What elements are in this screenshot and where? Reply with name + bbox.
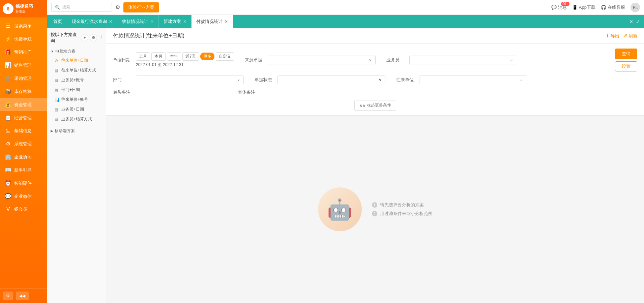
scheme-group-desktop-header[interactable]: ▼ 电脑端方案	[47, 47, 106, 56]
export-btn[interactable]: ⬆ 导出	[606, 33, 619, 39]
scheme-item-1[interactable]: ▦ 往来单位+结算方式	[47, 65, 106, 75]
date-btn-this-month[interactable]: 本月	[151, 52, 166, 61]
logo-icon: 6	[3, 3, 13, 14]
tab-payments[interactable]: 付款情况统计 ✕	[192, 15, 233, 28]
tab-home[interactable]: 首页	[49, 15, 67, 28]
sidebar-label-quicknav: 快捷导航	[14, 36, 32, 42]
scheme-item-2[interactable]: ▦ 业务员+账号	[47, 75, 106, 85]
message-btn[interactable]: 💬 消息 99+	[551, 4, 567, 10]
scheme-item-6[interactable]: ▦ 业务员+结算方式	[47, 114, 106, 124]
sidebar-item-inventory[interactable]: 📦库存核算	[0, 85, 47, 98]
logo-name: 畅捷通巧	[16, 4, 33, 9]
sidebar-collapse-btn[interactable]: ◀◀	[16, 292, 29, 300]
trial-btn[interactable]: 体验行业方案	[123, 2, 159, 12]
sidebar-item-purchase[interactable]: 🛒采购管理	[0, 72, 47, 85]
search-bar[interactable]: 🔍 搜索	[51, 3, 112, 12]
tab-cashflow[interactable]: 现金银行流水查询 ✕	[67, 15, 117, 28]
tip-text-2: 用过滤条件来缩小分析范围	[380, 209, 433, 218]
tab-maximize-btn[interactable]: ⤢	[636, 19, 640, 24]
scheme-settings-btn[interactable]: ⚙	[90, 34, 97, 41]
scheme-item-label-3: 部门+日期	[61, 87, 80, 93]
tab-new-scheme-close[interactable]: ✕	[183, 19, 186, 24]
scheme-add-btn[interactable]: +	[81, 34, 88, 41]
source-select[interactable]: ∨	[268, 56, 376, 64]
app-download-btn[interactable]: 📱 App下载	[572, 4, 595, 10]
tab-payments-close[interactable]: ✕	[225, 19, 228, 24]
tab-close-window-btn[interactable]: ✕	[629, 19, 633, 24]
scheme-item-5[interactable]: ▦ 业务员+日期	[47, 104, 106, 114]
tab-cashflow-close[interactable]: ✕	[109, 19, 112, 24]
scheme-item-0[interactable]: ⊙ 往来单位+日期	[47, 56, 106, 65]
sidebar-item-member[interactable]: V畅会员	[0, 203, 47, 216]
sidebar-item-finance[interactable]: 💰资金管理	[0, 98, 47, 111]
app-label: App下载	[579, 4, 595, 10]
date-range-input: 2022-01-01 至 2022-12-31	[136, 62, 234, 68]
scheme-item-label-0: 往来单位+日期	[61, 58, 88, 63]
sidebar-icon-wechat: 💬	[5, 193, 11, 200]
settings-btn[interactable]: 设置	[615, 61, 637, 71]
refresh-btn[interactable]: ↺ 刷新	[623, 33, 637, 39]
sidebar-label-system: 系统管理	[14, 141, 32, 147]
collapse-btn[interactable]: ∧∧ 收起更多条件	[354, 100, 396, 111]
status-select[interactable]: ∨	[277, 75, 385, 84]
date-range-text: 2022-01-01 至 2022-12-31	[136, 62, 183, 68]
sidebar-item-hardware[interactable]: ⏰智能硬件	[0, 177, 47, 190]
body-remark-input[interactable]	[261, 88, 345, 96]
avatar[interactable]: Rit	[631, 3, 640, 12]
partner-select[interactable]: ···	[419, 75, 527, 84]
search-placeholder: 搜索	[62, 4, 70, 10]
sidebar-item-corp[interactable]: 🏢企业协同	[0, 150, 47, 163]
sidebar-item-search[interactable]: ☰搜索菜单	[0, 19, 47, 32]
scheme-collapse-btn[interactable]: 《	[98, 34, 103, 41]
tip-row-2: 2 用过滤条件来缩小分析范围	[372, 209, 433, 218]
query-btn[interactable]: 查询	[615, 49, 637, 59]
collapse-bar: ∧∧ 收起更多条件	[113, 100, 637, 111]
scheme-group-mobile-label: 移动端方案	[55, 128, 75, 134]
sidebar-item-quicknav[interactable]: ⚡快捷导航	[0, 32, 47, 46]
tip-num-1: 1	[372, 202, 377, 208]
status-chevron-icon: ∨	[379, 78, 382, 82]
tip-text-1: 请先选择要分析的方案	[380, 201, 424, 209]
topbar-settings-icon[interactable]: ⚙	[115, 4, 120, 10]
sidebar-icon-member: V	[5, 206, 11, 212]
refresh-label: 刷新	[628, 33, 637, 39]
date-btn-7days[interactable]: 近7天	[182, 52, 199, 61]
sidebar-item-guide[interactable]: 📖新手引导	[0, 163, 47, 177]
sidebar-bottom: ⚙ ◀◀	[0, 289, 47, 303]
scheme-item-3[interactable]: ▦ 部门+日期	[47, 85, 106, 95]
date-btn-custom[interactable]: 自定义	[216, 52, 234, 61]
scheme-item-label-2: 业务员+账号	[61, 77, 84, 83]
sidebar-label-business: 经营管理	[14, 115, 32, 121]
sidebar-settings-btn[interactable]: ⚙	[3, 292, 13, 300]
date-btn-this-year[interactable]: 本年	[167, 52, 181, 61]
page-actions: ⬆ 导出 ↺ 刷新	[606, 33, 637, 39]
scheme-item-icon-2: ▦	[55, 78, 59, 83]
sidebar-icon-guide: 📖	[5, 167, 11, 173]
sidebar-label-search: 搜索菜单	[14, 23, 32, 29]
sidebar-item-business[interactable]: 📋经营管理	[0, 111, 47, 124]
tab-receipts-close[interactable]: ✕	[150, 19, 154, 24]
date-btn-more[interactable]: 更多	[200, 53, 214, 60]
sidebar-icon-finance: 💰	[5, 101, 11, 108]
date-label: 单据日期	[113, 57, 132, 63]
sidebar-item-wechat[interactable]: 💬企业微信	[0, 190, 47, 203]
sidebar-icon-system: ⚙	[5, 141, 11, 147]
header-remark-input[interactable]	[136, 88, 220, 96]
tab-cashflow-label: 现金银行流水查询	[72, 19, 107, 25]
tab-new-scheme[interactable]: 新建方案 ✕	[159, 15, 192, 28]
sidebar-item-system[interactable]: ⚙系统管理	[0, 137, 47, 150]
sidebar-item-sales[interactable]: 📊销售管理	[0, 59, 47, 72]
tab-receipts-label: 收款情况统计	[122, 19, 148, 25]
date-btn-last-month[interactable]: 上月	[136, 52, 150, 61]
scheme-group-mobile-header[interactable]: ▶ 移动端方案	[47, 127, 106, 135]
service-btn[interactable]: 🎧 在线客服	[601, 4, 625, 10]
scheme-item-icon-5: ▦	[55, 107, 59, 112]
sidebar-label-member: 畅会员	[14, 206, 27, 212]
scheme-item-4[interactable]: 📊 往来单位+账号	[47, 95, 106, 104]
salesperson-select[interactable]: ···	[409, 56, 517, 64]
sidebar-item-marketing[interactable]: 🎁营销推广	[0, 46, 47, 59]
tab-receipts[interactable]: 收款情况统计 ✕	[117, 15, 159, 28]
dept-select[interactable]: ∨	[136, 75, 244, 84]
page-title-bar: 付款情况统计(往来单位+日期) ⬆ 导出 ↺ 刷新	[106, 28, 644, 44]
sidebar-item-basic[interactable]: 🗂基础信息	[0, 124, 47, 137]
